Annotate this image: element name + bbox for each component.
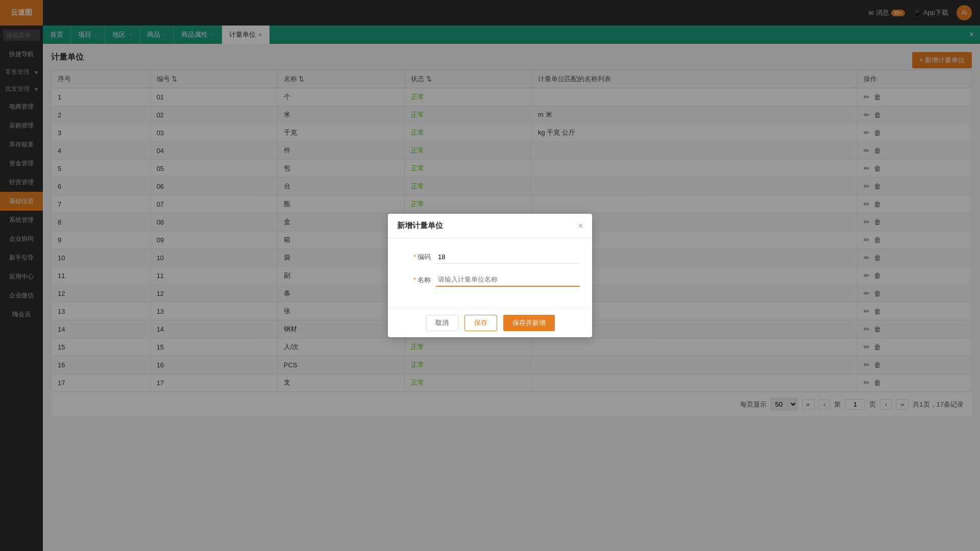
name-input[interactable]	[436, 273, 580, 287]
save-button[interactable]: 保存	[464, 315, 497, 331]
modal-title: 新增计量单位	[397, 221, 443, 231]
code-input[interactable]	[436, 251, 580, 264]
name-label: *名称	[400, 276, 431, 285]
name-field-row: *名称	[400, 273, 580, 287]
save-and-new-button[interactable]: 保存并新增	[503, 315, 555, 331]
modal-close-button[interactable]: ×	[578, 221, 583, 231]
modal-overlay[interactable]: 新增计量单位 × *编码 *名称 取消 保存 保存并新增	[0, 0, 980, 551]
code-field-row: *编码	[400, 251, 580, 264]
cancel-button[interactable]: 取消	[426, 315, 458, 331]
modal-body: *编码 *名称	[388, 238, 592, 308]
add-unit-modal: 新增计量单位 × *编码 *名称 取消 保存 保存并新增	[388, 214, 592, 337]
code-label: *编码	[400, 253, 431, 262]
modal-header: 新增计量单位 ×	[388, 214, 592, 238]
modal-footer: 取消 保存 保存并新增	[388, 308, 592, 337]
